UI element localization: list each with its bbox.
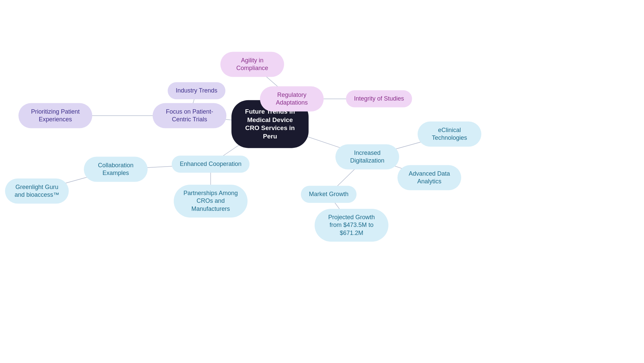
regulatory-node: Regulatory Adaptations <box>260 86 324 112</box>
advanced-analytics-node: Advanced Data Analytics <box>397 165 461 190</box>
agility-node: Agility in Compliance <box>220 52 284 77</box>
eclinical-node: eClinical Technologies <box>418 122 481 147</box>
increased-digitalization-node: Increased Digitalization <box>335 144 399 170</box>
market-growth-node: Market Growth <box>301 186 357 203</box>
collaboration-examples-node: Collaboration Examples <box>84 157 148 182</box>
greenlight-node: Greenlight Guru and bioaccess™ <box>5 179 69 204</box>
prioritizing-patient-node: Prioritizing Patient Experiences <box>18 103 92 128</box>
focus-patient-node: Focus on Patient-Centric Trials <box>153 103 226 128</box>
enhanced-cooperation-node: Enhanced Cooperation <box>172 156 250 173</box>
industry-trends-node: Industry Trends <box>168 82 225 99</box>
partnerships-node: Partnerships Among CROs and Manufacturer… <box>174 185 248 218</box>
mindmap-container: Future Trends in Medical Device CRO Serv… <box>0 0 644 363</box>
integrity-node: Integrity of Studies <box>346 90 412 107</box>
projected-growth-node: Projected Growth from $473.5M to $671.2M <box>315 209 388 242</box>
